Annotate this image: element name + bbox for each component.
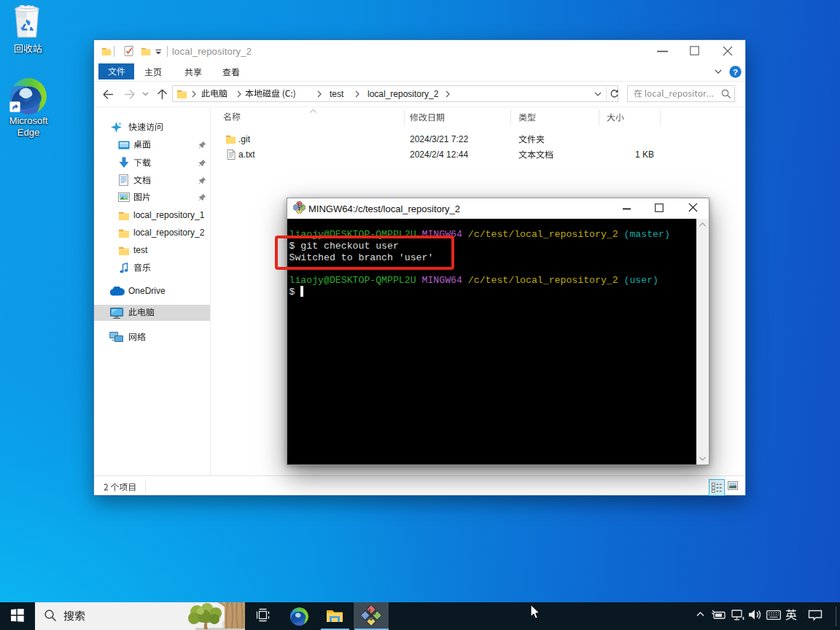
svg-text:?: ? [733,68,738,77]
